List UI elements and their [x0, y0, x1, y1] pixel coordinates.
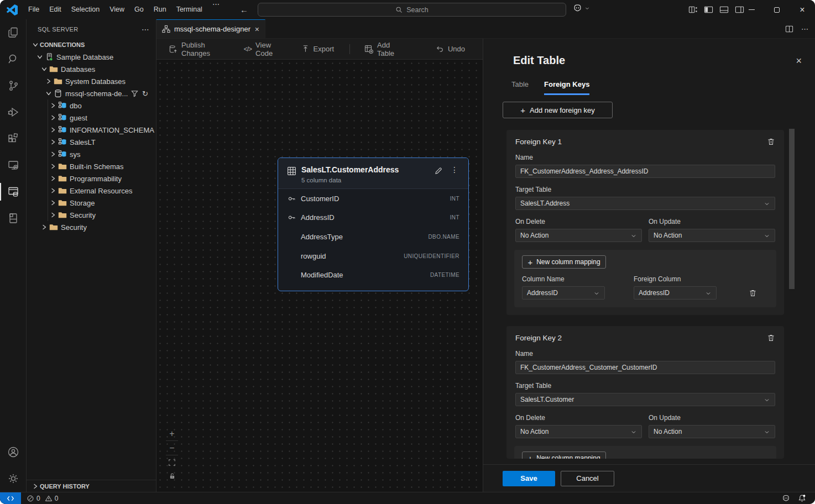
- fk1-foreign-column-dropdown[interactable]: AddressID: [634, 286, 717, 300]
- export-button[interactable]: Export: [301, 45, 335, 53]
- fk1-on-delete-dropdown[interactable]: No Action: [515, 229, 642, 242]
- menu-terminal[interactable]: Terminal: [171, 0, 207, 19]
- fk2-target-table-dropdown[interactable]: SalesLT.Customer: [515, 393, 775, 406]
- source-control-button[interactable]: [0, 72, 27, 99]
- remote-explorer-button[interactable]: [0, 152, 27, 179]
- menu-edit[interactable]: Edit: [44, 0, 66, 19]
- refresh-icon[interactable]: ↻: [142, 90, 148, 98]
- undo-button[interactable]: Undo: [436, 45, 465, 53]
- chevron-right-icon: [49, 138, 58, 146]
- extensions-button[interactable]: [0, 125, 27, 152]
- tree-item-dbo[interactable]: dbo: [27, 99, 156, 112]
- tree-item-programmability[interactable]: Programmability: [27, 172, 156, 185]
- menu-view[interactable]: View: [105, 0, 129, 19]
- tab-foreign-keys[interactable]: Foreign Keys: [544, 80, 589, 95]
- publish-changes-button[interactable]: Publish Changes: [169, 41, 226, 57]
- column-mapping-section: + New column mapping Column Name Address…: [514, 250, 776, 307]
- split-editor-icon[interactable]: [785, 25, 793, 33]
- column-row-addresstype[interactable]: AddressType DBO.NAME: [278, 227, 468, 246]
- add-new-foreign-key-button[interactable]: + Add new foreign key: [503, 102, 613, 118]
- sidebar-more-actions-icon[interactable]: ⋯: [142, 25, 149, 34]
- minimize-button[interactable]: [739, 0, 764, 19]
- sql-server-view-button[interactable]: [0, 179, 27, 205]
- settings-gear-button[interactable]: [0, 465, 27, 492]
- tab-mssql-schema-designer[interactable]: mssql-schema-designer ×: [156, 19, 265, 38]
- customize-layout-icon[interactable]: [688, 5, 698, 14]
- column-row-customerid[interactable]: CustomerID INT: [278, 189, 468, 208]
- fk1-target-table-dropdown[interactable]: SalesLT.Address: [515, 197, 775, 210]
- editor-more-actions-icon[interactable]: ⋯: [801, 25, 808, 33]
- fk2-on-delete-dropdown[interactable]: No Action: [515, 425, 642, 438]
- new-column-mapping-button[interactable]: + New column mapping: [522, 452, 606, 459]
- menu-run[interactable]: Run: [149, 0, 171, 19]
- column-row-addressid[interactable]: AddressID INT: [278, 208, 468, 228]
- panel-close-icon[interactable]: ×: [796, 55, 802, 67]
- tab-table[interactable]: Table: [511, 80, 529, 95]
- explorer-button[interactable]: [0, 19, 27, 46]
- menu-selection[interactable]: Selection: [66, 0, 105, 19]
- column-row-rowguid[interactable]: rowguid UNIQUEIDENTIFIER: [278, 246, 468, 266]
- tree-item-storage[interactable]: Storage: [27, 197, 156, 209]
- fk2-on-update-dropdown[interactable]: No Action: [649, 425, 775, 438]
- add-table-button[interactable]: Add Table: [364, 41, 403, 57]
- tree-item-system-databases[interactable]: System Databases: [27, 75, 156, 87]
- designer-canvas[interactable]: SalesLT.CustomerAddress 5 column data ⋮ …: [156, 60, 483, 492]
- menu-overflow-icon[interactable]: ⋯: [207, 0, 224, 19]
- tree-item-sample-database[interactable]: Sample Database: [27, 51, 156, 63]
- delete-mapping-icon[interactable]: [749, 289, 757, 297]
- tree-section-connections[interactable]: CONNECTIONS: [27, 39, 156, 51]
- tree-item-security-outer[interactable]: Security: [27, 221, 156, 233]
- copilot-status-icon[interactable]: [782, 494, 790, 502]
- notifications-bell-icon[interactable]: [798, 494, 806, 502]
- zoom-out-button[interactable]: −: [165, 441, 179, 455]
- tree-item-mssql-schema-designer-db[interactable]: mssql-schema-de... ↻: [27, 87, 156, 99]
- tree-item-security-inner[interactable]: Security: [27, 209, 156, 221]
- tree-item-saleslt[interactable]: SalesLT: [27, 136, 156, 148]
- toggle-panel-icon[interactable]: [719, 5, 729, 14]
- copilot-button[interactable]: [573, 3, 591, 13]
- tree-item-sys[interactable]: sys: [27, 148, 156, 160]
- fk1-column-name-dropdown[interactable]: AddressID: [522, 286, 605, 300]
- maximize-button[interactable]: [764, 0, 790, 19]
- fit-view-button[interactable]: [165, 455, 179, 469]
- cancel-button[interactable]: Cancel: [561, 471, 614, 486]
- edit-table-pencil-icon[interactable]: [434, 166, 443, 175]
- tree-item-databases[interactable]: Databases: [27, 63, 156, 75]
- back-button[interactable]: ←: [240, 5, 248, 14]
- lock-canvas-button[interactable]: [165, 469, 179, 483]
- zoom-in-button[interactable]: +: [165, 427, 179, 440]
- fk1-on-update-dropdown[interactable]: No Action: [649, 229, 775, 242]
- search-view-button[interactable]: [0, 46, 27, 72]
- view-code-button[interactable]: </> View Code: [244, 41, 284, 57]
- remote-indicator[interactable]: [0, 492, 21, 504]
- close-window-button[interactable]: ×: [790, 0, 815, 19]
- problems-indicator[interactable]: 0 0: [27, 495, 58, 502]
- menu-go[interactable]: Go: [129, 0, 149, 19]
- tree-item-guest[interactable]: guest: [27, 112, 156, 124]
- query-history-section[interactable]: QUERY HISTORY: [27, 480, 156, 492]
- save-button[interactable]: Save: [503, 471, 555, 486]
- tree-item-external-resources[interactable]: External Resources: [27, 185, 156, 197]
- fk1-name-input[interactable]: FK_CustomerAddress_Address_AddressID: [515, 165, 775, 178]
- table-node-customeraddress[interactable]: SalesLT.CustomerAddress 5 column data ⋮ …: [278, 158, 469, 291]
- on-delete-label: On Delete: [515, 414, 642, 422]
- column-row-modifieddate[interactable]: ModifiedDate DATETIME: [278, 265, 468, 285]
- delete-foreign-key-icon[interactable]: [767, 334, 775, 342]
- run-debug-button[interactable]: [0, 99, 27, 125]
- menu-file[interactable]: File: [23, 0, 44, 19]
- tab-close-icon[interactable]: ×: [255, 25, 259, 34]
- panel-scrollbar-thumb[interactable]: [789, 129, 795, 289]
- filter-icon[interactable]: [130, 90, 139, 98]
- toggle-primary-sidebar-icon[interactable]: [704, 5, 713, 14]
- minimize-icon: [749, 9, 755, 10]
- new-column-mapping-button[interactable]: + New column mapping: [522, 255, 606, 269]
- tree-item-information-schema[interactable]: INFORMATION_SCHEMA: [27, 124, 156, 136]
- database-projects-button[interactable]: [0, 205, 27, 232]
- delete-foreign-key-icon[interactable]: [767, 138, 775, 146]
- table-node-menu-icon[interactable]: ⋮: [451, 165, 458, 174]
- accounts-button[interactable]: [0, 439, 27, 465]
- fk2-name-input[interactable]: FK_CustomerAddress_Customer_CustomerID: [515, 361, 775, 374]
- command-center-search[interactable]: Search: [258, 3, 566, 17]
- panel-tabs: Table Foreign Keys: [511, 80, 815, 95]
- tree-item-built-in-schemas[interactable]: Built-in Schemas: [27, 160, 156, 172]
